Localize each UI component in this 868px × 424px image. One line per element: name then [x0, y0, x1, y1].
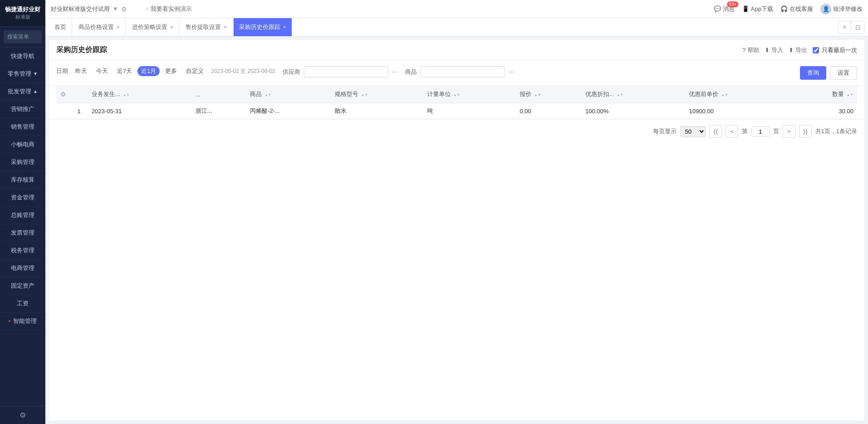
general-label: 总账管理 — [11, 211, 34, 219]
tab-sale-extract[interactable]: 售价提取设置 × — [180, 18, 233, 36]
col-header-quantity[interactable]: 数量 ▲▼ — [791, 86, 857, 103]
tab-purchase-strategy[interactable]: 进价策略设置 × — [127, 18, 179, 36]
retail-label: 零售管理 — [8, 70, 31, 78]
prev-page-button[interactable]: ＜ — [726, 125, 738, 138]
tab-maximize-button[interactable]: ⊡ — [852, 21, 864, 34]
col-header-more[interactable]: ... — [192, 86, 247, 103]
version-text: 好业财标准版交付试用 — [51, 5, 110, 13]
date-custom-btn[interactable]: 自定义 — [182, 66, 207, 76]
date-filter-group: 日期 昨天 今天 近7天 近1月 更多 自定义 2023-05-02 至 202… — [56, 66, 275, 76]
data-table: ⚙ 业务发生... ▲▼ ... 商品 ▲▼ 规格型号 — [56, 86, 857, 119]
demo-button[interactable]: ○ 我要看实例演示 — [145, 5, 192, 13]
table-row: 1 2023-05-31 浙江... 丙烯酸-2-... 散水 吨 0.00 1… — [56, 103, 857, 119]
sidebar-item-fixed-assets[interactable]: 固定资产 — [0, 277, 45, 295]
tab-price-close-icon[interactable]: × — [117, 24, 120, 30]
help-icon: ? — [742, 47, 746, 53]
col-header-product[interactable]: 商品 ▲▼ — [246, 86, 331, 103]
sidebar-item-quick-nav[interactable]: 快捷导航 — [0, 48, 45, 65]
tab-purchase-strategy-close-icon[interactable]: × — [170, 24, 173, 30]
help-button[interactable]: ? 帮助 — [742, 46, 759, 54]
row-discount-cell: 100.00% — [582, 103, 686, 119]
search-menu-button[interactable]: 搜索菜单 — [4, 30, 42, 43]
date-yesterday-btn[interactable]: 昨天 — [72, 66, 91, 76]
last-page-button[interactable]: ⟩⟩ — [799, 125, 812, 138]
user-menu-button[interactable]: 👤 徐泽华修改 — [820, 4, 863, 14]
col-settings-icon[interactable]: ⚙ — [60, 91, 66, 98]
sidebar-item-purchase[interactable]: 采购管理 — [0, 154, 45, 171]
online-service-button[interactable]: 🎧 在线客服 — [780, 5, 813, 13]
col-header-discount[interactable]: 优惠折扣... ▲▼ — [582, 86, 686, 103]
row-gear-cell — [56, 103, 70, 119]
sidebar-search-area[interactable]: 搜索菜单 — [0, 27, 45, 48]
settings-icon[interactable]: ⚙ — [20, 411, 26, 419]
per-page-select[interactable]: 10 20 50 100 — [680, 126, 706, 137]
tab-home[interactable]: 首页 — [49, 18, 72, 36]
date-last7-btn[interactable]: 近7天 — [113, 66, 136, 76]
topbar: 好业财标准版交付试用 ▼ ⚙ ○ 我要看实例演示 💬 消息 99+ 📱 App下… — [45, 0, 868, 18]
version-dropdown-icon[interactable]: ▼ — [112, 5, 118, 12]
row-quoted-price-cell: 0.00 — [516, 103, 582, 119]
tab-purchase-history[interactable]: 采购历史价跟踪 × — [234, 18, 292, 36]
sidebar-item-marketing[interactable]: 营销推广 — [0, 101, 45, 118]
version-selector[interactable]: 好业财标准版交付试用 ▼ ⚙ — [51, 5, 141, 13]
tab-close-current-button[interactable]: × — [838, 21, 851, 34]
date-last1month-btn[interactable]: 近1月 — [137, 66, 160, 76]
retail-arrow-icon: ▼ — [33, 71, 38, 76]
sidebar-item-invoice[interactable]: 发票管理 — [0, 224, 45, 242]
product-more-icon[interactable]: ··· — [508, 68, 514, 76]
import-button[interactable]: ⬇ 导入 — [765, 46, 783, 54]
sidebar-item-ecommerce-small[interactable]: 小畅电商 — [0, 136, 45, 154]
col-header-biz-date[interactable]: 业务发生... ▲▼ — [88, 86, 192, 103]
supplier-more-icon[interactable]: ··· — [392, 68, 398, 76]
product-filter-label: 商品 — [405, 68, 417, 76]
query-button[interactable]: 查询 — [800, 66, 826, 80]
next-page-button[interactable]: ＞ — [783, 125, 795, 138]
col-header-quoted-price[interactable]: 报价 ▲▼ — [516, 86, 582, 103]
date-filter-label: 日期 — [56, 67, 68, 75]
only-last-checkbox[interactable] — [813, 47, 819, 53]
page-actions: ? 帮助 ⬇ 导入 ⬆ 导出 只看最后一次 — [742, 46, 857, 54]
supplier-input[interactable] — [304, 66, 388, 77]
col-header-unit[interactable]: 计量单位 ▲▼ — [424, 86, 516, 103]
sidebar-item-wholesale[interactable]: 批发管理 ▲ — [0, 83, 45, 101]
col-header-seq — [70, 86, 88, 103]
sidebar-item-tax[interactable]: 税务管理 — [0, 242, 45, 260]
col-header-spec[interactable]: 规格型号 ▲▼ — [331, 86, 424, 103]
page-number-input[interactable] — [751, 126, 770, 137]
sidebar-item-sales[interactable]: 销售管理 — [0, 118, 45, 136]
product-input[interactable] — [420, 66, 505, 77]
sidebar-item-smart[interactable]: 智能管理 — [0, 313, 45, 330]
sidebar-item-retail[interactable]: 零售管理 ▼ — [0, 65, 45, 83]
sales-label: 销售管理 — [11, 123, 34, 131]
col-header-pre-discount-price[interactable]: 优惠前单价 ▲▼ — [685, 86, 791, 103]
date-options: 昨天 今天 近7天 近1月 更多 自定义 2023-05-02 至 2023-0… — [72, 66, 275, 76]
marketing-label: 营销推广 — [11, 105, 34, 113]
sidebar-item-inventory[interactable]: 库存核算 — [0, 171, 45, 189]
page-header: 采购历史价跟踪 ? 帮助 ⬇ 导入 ⬆ 导出 只看最后一次 — [49, 40, 864, 61]
messages-button[interactable]: 💬 消息 99+ — [714, 5, 735, 13]
tab-purchase-history-close-icon[interactable]: × — [283, 24, 286, 30]
date-more-btn[interactable]: 更多 — [161, 66, 180, 76]
app-download-button[interactable]: 📱 App下载 — [742, 5, 773, 13]
sidebar-item-general[interactable]: 总账管理 — [0, 207, 45, 224]
help-label: 帮助 — [747, 46, 759, 54]
message-icon: 💬 — [714, 5, 721, 12]
tab-sale-extract-close-icon[interactable]: × — [224, 24, 227, 30]
tab-sale-extract-label: 售价提取设置 — [185, 23, 221, 31]
sidebar-item-finance[interactable]: 资金管理 — [0, 189, 45, 207]
version-settings-icon[interactable]: ⚙ — [121, 5, 127, 13]
col-header-gear: ⚙ — [56, 86, 70, 103]
date-today-btn[interactable]: 今天 — [93, 66, 112, 76]
tabs-bar-right: × ⊡ — [838, 21, 868, 34]
row-unit-cell: 吨 — [424, 103, 516, 119]
sidebar-item-salary[interactable]: 工资 — [0, 295, 45, 313]
first-page-button[interactable]: ⟨⟨ — [709, 125, 722, 138]
quantity-sort-icon: ▲▼ — [846, 93, 853, 97]
settings-button[interactable]: 设置 — [830, 66, 857, 80]
export-button[interactable]: ⬆ 导出 — [789, 46, 807, 54]
row-seq-cell: 1 — [70, 103, 88, 119]
finance-label: 资金管理 — [11, 193, 34, 202]
sidebar-item-ecommerce[interactable]: 电商管理 — [0, 260, 45, 277]
tab-price[interactable]: 商品价格设置 × — [73, 18, 126, 36]
tab-purchase-history-label: 采购历史价跟踪 — [239, 23, 280, 31]
